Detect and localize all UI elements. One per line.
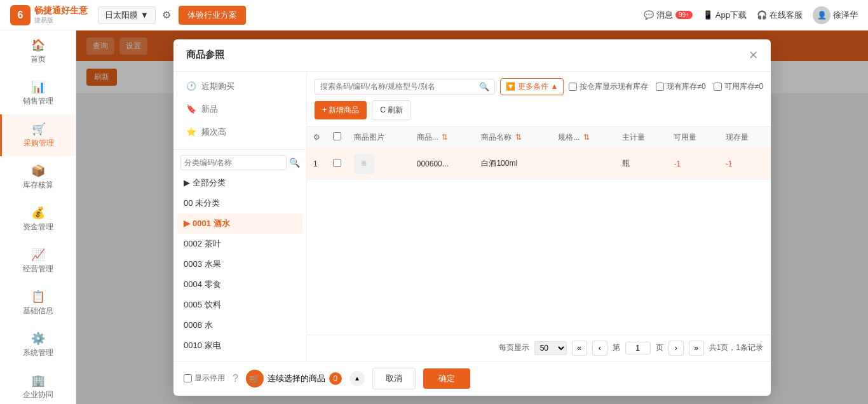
sidebar-label-home: 首页 xyxy=(31,54,46,65)
table-row[interactable]: 1 图 000600... 白酒100ml xyxy=(307,148,771,179)
sidebar-label-sales: 销售管理 xyxy=(23,96,53,107)
sidebar-item-system[interactable]: ⚙️ 系统管理 xyxy=(0,324,76,366)
modal-body: 🕐 近期购买 🔖 新品 ⭐ 频次高 xyxy=(173,72,771,361)
filter-label: 更多条件 xyxy=(518,81,548,92)
online-service-item[interactable]: 🎧 在线客服 xyxy=(757,10,803,21)
table-header: ⚙ 商品图片 商品... ⇅ 商品名称 xyxy=(307,127,771,149)
category-search-icon[interactable]: 🔍 xyxy=(289,158,300,168)
usable-checkbox[interactable] xyxy=(714,83,722,91)
category-00[interactable]: 00 未分类 xyxy=(177,193,302,213)
logo-area: 6 畅捷通好生意 捷易版 xyxy=(10,5,88,25)
avatar: 👤 xyxy=(813,6,831,24)
confirm-button[interactable]: 确定 xyxy=(423,368,470,389)
help-icon[interactable]: ? xyxy=(233,373,238,384)
category-0001-label: 0001 酒水 xyxy=(193,218,230,229)
col-code[interactable]: 商品... ⇅ xyxy=(410,127,475,149)
category-0010[interactable]: 0010 家电 xyxy=(177,335,302,356)
row-image: 图 xyxy=(348,148,410,179)
select-all-checkbox[interactable] xyxy=(333,132,341,140)
category-search-input[interactable] xyxy=(180,155,287,170)
first-page-button[interactable]: « xyxy=(572,340,587,356)
recent-purchase-item[interactable]: 🕐 近期购买 xyxy=(180,77,300,96)
disabled-checkbox[interactable] xyxy=(184,374,192,382)
add-product-button[interactable]: + 新增商品 xyxy=(315,101,367,119)
category-all-label: 全部分类 xyxy=(193,177,226,189)
divider-1 xyxy=(173,149,306,150)
search-toolbar: 🔍 🔽 更多条件 ▲ 按仓库显示现有库存 xyxy=(307,72,771,127)
row-checkbox[interactable] xyxy=(327,148,348,179)
sidebar-label-finance: 资金管理 xyxy=(23,222,53,232)
search-icon[interactable]: 🔍 xyxy=(479,82,489,91)
app-download-item[interactable]: 📱 App下载 xyxy=(703,10,747,21)
category-0008-label: 0008 水 xyxy=(184,320,213,331)
col-spec[interactable]: 规格... ⇅ xyxy=(552,127,616,149)
sidebar-item-purchase[interactable]: 🛒 采购管理 xyxy=(0,114,76,156)
category-0008[interactable]: 0008 水 xyxy=(177,315,302,335)
category-0002[interactable]: 0002 茶叶 xyxy=(177,234,302,254)
collapse-footer-button[interactable]: ▲ xyxy=(349,371,365,386)
category-all[interactable]: ▶ 全部分类 xyxy=(177,173,302,193)
current-page-input[interactable] xyxy=(625,342,651,354)
new-icon: 🔖 xyxy=(186,104,196,114)
sidebar-item-home[interactable]: 🏠 首页 xyxy=(0,30,76,72)
message-label: 消息 xyxy=(656,10,673,21)
category-list: ▶ 全部分类 00 未分类 ▶ 0001 酒水 0002 茶 xyxy=(173,173,306,356)
right-panel: 🔍 🔽 更多条件 ▲ 按仓库显示现有库存 xyxy=(307,72,771,361)
category-0005[interactable]: 0005 饮料 xyxy=(177,295,302,315)
message-item[interactable]: 💬 消息 99+ xyxy=(644,10,693,21)
quick-access-area: 🕐 近期购买 🔖 新品 ⭐ 频次高 xyxy=(173,77,306,147)
modal-footer: 显示停用 ? 🛒 连续选择的商品 0 ▲ 取消 确定 xyxy=(173,361,771,396)
col-unit: 主计量 xyxy=(616,127,667,149)
table-body: 1 图 000600... 白酒100ml xyxy=(307,148,771,179)
settings-icon[interactable]: ⚙ xyxy=(162,9,171,21)
row-select-checkbox[interactable] xyxy=(333,159,341,167)
category-0001[interactable]: ▶ 0001 酒水 xyxy=(177,213,302,234)
cancel-button[interactable]: 取消 xyxy=(372,368,416,389)
checkbox-warehouse[interactable]: 按仓库显示现有库存 xyxy=(569,81,648,92)
sidebar-item-inventory[interactable]: 📦 库存核算 xyxy=(0,156,76,198)
usable-label: 可用库存≠0 xyxy=(724,81,763,92)
more-filter-button[interactable]: 🔽 更多条件 ▲ xyxy=(500,78,564,95)
user-item[interactable]: 👤 徐泽华 xyxy=(813,6,858,24)
row-name: 白酒100ml xyxy=(475,148,552,179)
row-code: 000600... xyxy=(410,148,475,179)
sidebar-item-operations[interactable]: 📈 经营管理 xyxy=(0,240,76,282)
prev-page-button[interactable]: ‹ xyxy=(592,340,607,356)
frequent-item[interactable]: ⭐ 频次高 xyxy=(180,123,300,142)
show-disabled-checkbox[interactable]: 显示停用 xyxy=(184,373,225,384)
product-table-container: ⚙ 商品图片 商品... ⇅ 商品名称 xyxy=(307,127,771,335)
total-records-label: 共1页，1条记录 xyxy=(709,342,763,353)
sidebar-item-enterprise[interactable]: 🏢 企业协同 xyxy=(0,366,76,404)
sidebar-item-basic[interactable]: 📋 基础信息 xyxy=(0,282,76,324)
refresh-button[interactable]: C 刷新 xyxy=(372,100,411,120)
next-page-button[interactable]: › xyxy=(668,340,684,356)
message-icon: 💬 xyxy=(644,10,654,20)
chevron-up-icon: ▲ xyxy=(551,82,559,91)
checkbox-available[interactable]: 现有库存≠0 xyxy=(656,81,705,92)
clock-icon: 🕐 xyxy=(186,81,196,91)
page-size-select[interactable]: 50 10 20 100 xyxy=(534,341,567,355)
product-search-input[interactable] xyxy=(320,82,477,91)
category-0003[interactable]: 0003 水果 xyxy=(177,254,302,274)
cart-button[interactable]: 🛒 xyxy=(246,370,264,387)
category-search-row: 🔍 xyxy=(173,152,306,173)
logo-icon: 6 xyxy=(10,5,31,25)
col-checkbox[interactable] xyxy=(327,127,348,149)
sidebar-item-finance[interactable]: 💰 资金管理 xyxy=(0,198,76,240)
close-icon[interactable]: ✕ xyxy=(749,48,758,62)
system-icon: ⚙️ xyxy=(31,332,45,346)
store-selector[interactable]: 日太阳膜 ▼ xyxy=(98,6,156,24)
category-0004[interactable]: 0004 零食 xyxy=(177,274,302,295)
row-index: 1 xyxy=(307,148,327,179)
sidebar-item-sales[interactable]: 📊 销售管理 xyxy=(0,72,76,114)
warehouse-checkbox[interactable] xyxy=(569,83,577,91)
col-name[interactable]: 商品名称 ⇅ xyxy=(475,127,552,149)
new-product-item[interactable]: 🔖 新品 xyxy=(180,100,300,119)
selected-count-badge: 0 xyxy=(329,372,342,385)
last-page-button[interactable]: » xyxy=(689,340,704,356)
app-download-label: App下载 xyxy=(715,10,747,21)
available-checkbox[interactable] xyxy=(656,83,664,91)
col-settings[interactable]: ⚙ xyxy=(307,127,327,149)
checkbox-usable[interactable]: 可用库存≠0 xyxy=(714,81,763,92)
trial-button[interactable]: 体验行业方案 xyxy=(179,6,246,25)
